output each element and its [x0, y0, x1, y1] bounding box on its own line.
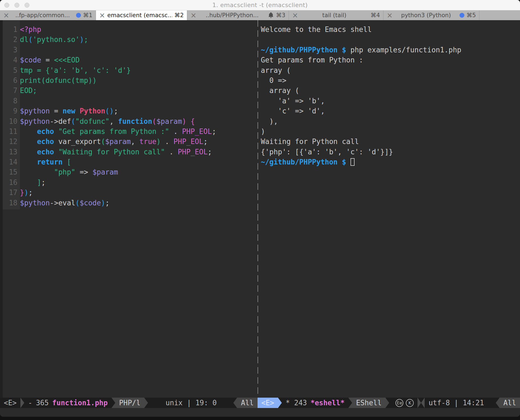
line-number: 1 — [0, 25, 20, 35]
tab-shortcut: ⌘3 — [276, 12, 285, 19]
traffic-lights — [4, 3, 29, 8]
code-line: 12 echo var_export($param, true) . PHP_E… — [0, 137, 258, 147]
zoom-window-button[interactable] — [25, 3, 29, 8]
shell-line: ~/github/PHPPython $ php examples/functi… — [261, 45, 519, 55]
code-line: 16 ]; — [0, 178, 258, 188]
tab-label: emacsclient (emacsc... — [107, 12, 172, 19]
mode-lines: <E> - 365 function1.php PHP/l unix | 19:… — [0, 398, 520, 408]
powerline-separator — [385, 398, 389, 408]
tab-3[interactable]: ×..hub/PHPPython...⌘3 — [187, 10, 289, 20]
code-line: 10$python->def("dofunc", function($param… — [0, 116, 258, 127]
shell-line — [261, 35, 519, 45]
code-line: 3 — [0, 45, 258, 55]
line-number: 4 — [0, 55, 20, 65]
line-number: 9 — [0, 106, 20, 116]
tab-close-icon[interactable]: × — [191, 12, 196, 19]
code-line: 18$python->eval($code); — [0, 198, 258, 208]
eshell-pane[interactable]: Welcome to the Emacs shell~/github/PHPPy… — [261, 25, 519, 167]
shell-line: ), — [261, 116, 519, 127]
tab-shortcut: ⌘1 — [83, 12, 92, 19]
close-window-button[interactable] — [4, 3, 9, 8]
shell-line: ~/github/PHPPython $ — [261, 157, 519, 167]
line-number: 8 — [0, 96, 20, 106]
line-number: 12 — [0, 137, 20, 147]
tab-close-icon[interactable]: × — [387, 12, 393, 19]
modeline-right-window-tag: <E> — [258, 398, 278, 408]
shell-line: 'c' => 'd', — [261, 106, 519, 116]
buffer-name: *eshell* — [310, 399, 344, 407]
code-line: 15 "php" => $param — [0, 167, 258, 177]
powerline-separator — [348, 398, 352, 408]
modified-indicator: - — [28, 399, 32, 407]
tab-bar: ×..fp-app/common...⌘1×emacsclient (emacs… — [0, 10, 520, 20]
powerline-separator — [418, 398, 425, 408]
window-title: 1. emacsclient -t (emacsclient) — [212, 2, 308, 8]
line-number: 17 — [0, 188, 20, 198]
tab-1[interactable]: ×..fp-app/common...⌘1 — [0, 10, 96, 20]
tab-shortcut: ⌘5 — [467, 12, 476, 19]
code-line: 11 echo "Get params from Python :" . PHP… — [0, 127, 258, 137]
terminal-window: 1. emacsclient -t (emacsclient) ×..fp-ap… — [0, 0, 520, 417]
keyboard-indicator: K — [406, 399, 414, 407]
code-line: 8 — [0, 96, 258, 106]
tab-close-icon[interactable]: × — [99, 12, 105, 19]
major-mode: PHP/l — [115, 398, 144, 408]
php-code-pane[interactable]: 1<?php2dl('python.so');34$code = <<<EOD5… — [0, 25, 258, 208]
tab-2[interactable]: ×emacsclient (emacsc...⌘2 — [96, 10, 187, 20]
powerline-separator — [496, 398, 500, 408]
code-line: 14 return [ — [0, 157, 258, 167]
code-line: 6print(dofunc(tmp)) — [0, 76, 258, 86]
tab-5[interactable]: ×python3 (Python)⌘5 — [383, 10, 479, 20]
code-line: 9$python = new Python(); — [0, 106, 258, 116]
shell-line: Welcome to the Emacs shell — [261, 25, 519, 35]
line-number: 10 — [0, 116, 20, 127]
echo-area — [0, 408, 520, 417]
tab-label: python3 (Python) — [395, 12, 457, 19]
modeline-left-window-tag: <E> — [0, 398, 20, 408]
buffer-name: function1.php — [52, 399, 108, 407]
buffer-position: 365 — [36, 399, 49, 407]
window-divider[interactable] — [258, 20, 258, 398]
shell-line: {'php': [{'a': 'b', 'c': 'd'}]} — [261, 147, 519, 157]
shell-line: 0 => — [261, 76, 519, 86]
shell-line: ) — [261, 127, 519, 137]
line-number: 15 — [0, 167, 20, 177]
powerline-separator — [233, 398, 237, 408]
minimize-window-button[interactable] — [14, 3, 19, 8]
tab-shortcut: ⌘2 — [174, 12, 184, 19]
tab-close-icon[interactable]: × — [3, 12, 9, 19]
code-line: 13 echo "Waiting for Python call" . PHP_… — [0, 147, 258, 157]
line-number: 18 — [0, 198, 20, 208]
modeline-spacer — [220, 398, 233, 408]
scroll-indicator: All — [500, 398, 520, 408]
tab-label: ..hub/PHPPython... — [199, 12, 266, 19]
modeline-right: <E> * 243 *eshell* EShell Ee K utf-8 | 1… — [258, 398, 520, 408]
hollow-cursor — [350, 158, 355, 166]
line-number: 7 — [0, 86, 20, 96]
powerline-separator — [20, 398, 24, 408]
code-line: 2dl('python.so'); — [0, 35, 258, 45]
shell-line: 'a' => 'b', — [261, 96, 519, 106]
modeline-spacer — [488, 398, 496, 408]
code-line: 5tmp = {'a': 'b', 'c': 'd'} — [0, 65, 258, 76]
line-number: 2 — [0, 35, 20, 45]
major-mode: EShell — [352, 398, 385, 408]
line-number: 11 — [0, 127, 20, 137]
input-method-indicator: Ee — [395, 399, 403, 407]
tab-shortcut: ⌘4 — [371, 12, 380, 19]
code-line: 7EOD; — [0, 86, 258, 96]
tab-label: tail (tail) — [300, 12, 368, 19]
tab-label: ..fp-app/common... — [11, 12, 74, 19]
modeline-right-buffer-info: * 243 *eshell* — [282, 398, 349, 408]
tab-4[interactable]: ×tail (tail)⌘4 — [289, 10, 383, 20]
line-number: 3 — [0, 45, 20, 55]
code-line: 1<?php — [0, 25, 258, 35]
powerline-separator — [278, 398, 282, 408]
line-number: 5 — [0, 65, 20, 76]
tab-close-icon[interactable]: × — [292, 12, 298, 19]
tab-bar-filler — [479, 10, 520, 20]
powerline-separator — [144, 398, 148, 408]
title-bar[interactable]: 1. emacsclient -t (emacsclient) — [0, 0, 520, 10]
shell-line: Waiting for Python call — [261, 137, 519, 147]
bell-icon — [268, 12, 274, 19]
